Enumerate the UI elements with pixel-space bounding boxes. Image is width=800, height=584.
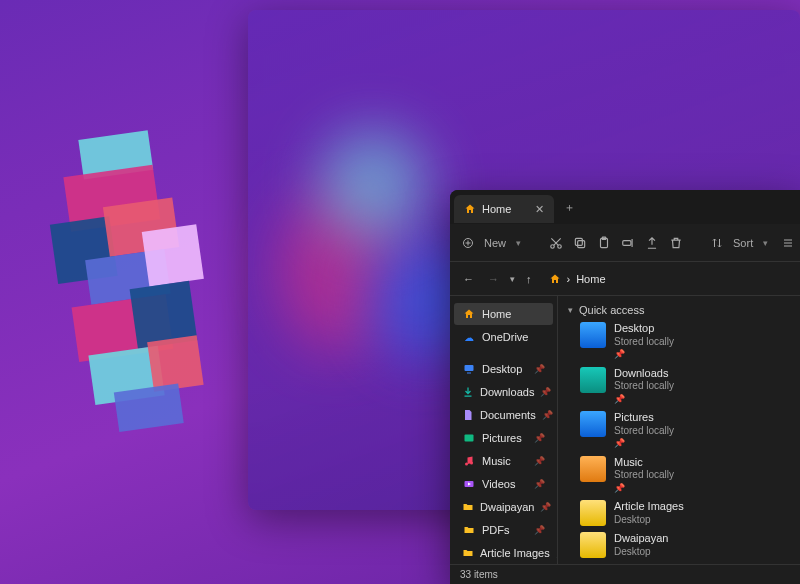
quick-access-item[interactable]: DownloadsStored locally📌 [580, 367, 720, 406]
nav-back-button[interactable]: ← [460, 271, 477, 287]
document-icon [462, 408, 474, 422]
pin-icon: 📌 [614, 349, 674, 360]
desktop-icon [462, 362, 476, 376]
address-bar: ← → ▾ ↑ › Home [450, 262, 800, 296]
sidebar-item-documents[interactable]: Documents📌 [454, 404, 553, 426]
home-icon [462, 307, 476, 321]
svg-rect-9 [465, 435, 474, 442]
svg-rect-8 [465, 365, 474, 371]
sidebar-item-videos[interactable]: Videos📌 [454, 473, 553, 495]
sidebar-item-desktop[interactable]: Desktop📌 [454, 358, 553, 380]
cloud-icon: ☁ [462, 330, 476, 344]
content-pane: ▾ Quick access DesktopStored locally📌Dow… [558, 296, 800, 564]
svg-rect-4 [575, 238, 582, 245]
video-icon [462, 477, 476, 491]
svg-point-10 [465, 463, 468, 466]
quick-access-item[interactable]: DesktopStored locally📌 [580, 322, 720, 361]
download-icon [462, 385, 474, 399]
pin-icon: 📌 [534, 456, 545, 466]
share-icon[interactable] [645, 236, 659, 250]
folder-icon [580, 322, 606, 348]
pin-icon: 📌 [540, 387, 551, 397]
new-button[interactable]: New ▾ [462, 237, 521, 249]
titlebar: Home ✕ ＋ [450, 190, 800, 224]
folder-icon [580, 367, 606, 393]
nav-up-button[interactable]: ↑ [523, 271, 535, 287]
svg-rect-7 [623, 240, 631, 245]
pin-icon: 📌 [614, 438, 674, 449]
pin-icon: 📌 [542, 410, 553, 420]
status-bar: 33 items [450, 564, 800, 584]
sidebar-item-pictures[interactable]: Pictures📌 [454, 427, 553, 449]
folder-icon [462, 523, 476, 537]
quick-access-item[interactable]: PicturesStored locally📌 [580, 411, 720, 450]
pin-icon: 📌 [534, 525, 545, 535]
chevron-down-icon: ▾ [568, 305, 573, 315]
svg-rect-3 [578, 240, 585, 247]
home-icon [549, 273, 561, 285]
folder-icon [580, 500, 606, 526]
folder-icon [580, 456, 606, 482]
folder-icon [462, 546, 474, 560]
cut-icon[interactable] [549, 236, 563, 250]
sidebar-item-dwaipayan[interactable]: Dwaipayan📌 [454, 496, 553, 518]
pin-icon: 📌 [534, 433, 545, 443]
pin-icon: 📌 [614, 394, 674, 405]
quick-access-item[interactable]: MusicStored locally📌 [580, 456, 720, 495]
navigation-pane: Home ☁ OneDrive Desktop📌Downloads📌Docume… [450, 296, 558, 564]
picture-icon [462, 431, 476, 445]
sort-button[interactable]: Sort ▾ [711, 237, 768, 249]
tab-title: Home [482, 203, 511, 215]
pin-icon: 📌 [614, 483, 674, 494]
command-bar: New ▾ Sort ▾ View [450, 224, 800, 262]
music-icon [462, 454, 476, 468]
quick-access-header[interactable]: ▾ Quick access [558, 300, 800, 320]
sidebar-item-onedrive[interactable]: ☁ OneDrive [454, 326, 553, 348]
chevron-down-icon: ▾ [516, 238, 521, 248]
quick-access-item[interactable]: DwaipayanDesktop [580, 532, 720, 558]
sidebar-item-music[interactable]: Music📌 [454, 450, 553, 472]
folder-icon [580, 532, 606, 558]
pin-icon: 📌 [534, 364, 545, 374]
tab-close-icon[interactable]: ✕ [535, 203, 544, 216]
wallpaper-art [39, 118, 282, 463]
breadcrumb[interactable]: › Home [549, 273, 606, 285]
svg-point-11 [470, 462, 473, 465]
item-count-label: 33 items [460, 569, 498, 580]
view-button[interactable]: View [782, 237, 800, 249]
copy-icon[interactable] [573, 236, 587, 250]
paste-icon[interactable] [597, 236, 611, 250]
sidebar-item-downloads[interactable]: Downloads📌 [454, 381, 553, 403]
home-icon [464, 203, 476, 215]
sidebar-item-home[interactable]: Home [454, 303, 553, 325]
pin-icon: 📌 [540, 502, 551, 512]
nav-forward-button[interactable]: → [485, 271, 502, 287]
pin-icon: 📌 [534, 479, 545, 489]
folder-icon [462, 500, 474, 514]
sidebar-item-article-images[interactable]: Article Images📌 [454, 542, 553, 564]
sidebar-item-pdfs[interactable]: PDFs📌 [454, 519, 553, 541]
chevron-down-icon: ▾ [763, 238, 768, 248]
active-tab[interactable]: Home ✕ [454, 195, 554, 223]
rename-icon[interactable] [621, 236, 635, 250]
file-explorer-window: Home ✕ ＋ New ▾ Sort ▾ [450, 190, 800, 584]
history-dropdown-icon[interactable]: ▾ [510, 274, 515, 284]
delete-icon[interactable] [669, 236, 683, 250]
quick-access-item[interactable]: Article ImagesDesktop [580, 500, 720, 526]
new-tab-button[interactable]: ＋ [554, 194, 585, 221]
folder-icon [580, 411, 606, 437]
